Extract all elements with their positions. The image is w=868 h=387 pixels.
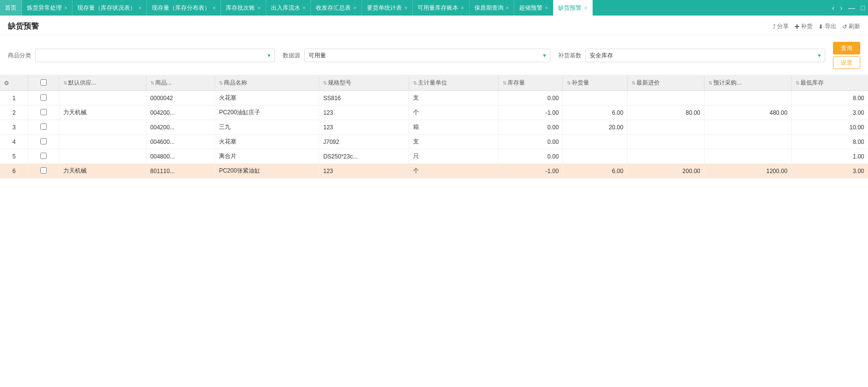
tab-close-icon[interactable]: × [461, 5, 464, 11]
query-button[interactable]: 查询 [833, 42, 860, 54]
th-product-code-label: 商品... [155, 79, 172, 87]
tab-minimize-button[interactable]: — [846, 4, 858, 12]
th-product-name: ⇅ 商品名称 [215, 75, 319, 91]
replenish-base-filter: 补货基数 安全库存 ▾ [558, 49, 825, 62]
select-all-checkbox[interactable] [40, 79, 47, 86]
row-checkbox[interactable] [40, 167, 47, 174]
row-checkbox[interactable] [40, 94, 47, 101]
cell-est-purchase: 480.00 [705, 106, 792, 120]
tab-inout-flow[interactable]: 出入库流水 × [266, 0, 311, 16]
table-header-row: ⚙ ⇅ 默认供应... ⇅ 商品... [0, 75, 868, 91]
tab-inventory-status[interactable]: 现存量（库存状况表） × [72, 0, 146, 16]
cell-unit: 个 [409, 164, 498, 178]
cell-unit: 个 [409, 106, 498, 120]
tab-batch-account[interactable]: 库存批次账 × [221, 0, 266, 16]
export-button[interactable]: ⬇ 导出 [818, 22, 836, 31]
tab-label: 现存量（库存分布表） [152, 4, 210, 12]
tab-close-icon[interactable]: × [213, 5, 216, 11]
replenish-base-arrow-icon: ▾ [818, 52, 821, 59]
category-select[interactable]: ▾ [35, 49, 275, 62]
th-supplier: ⇅ 默认供应... [59, 75, 146, 91]
tab-order-stats[interactable]: 要货单统计表 × [362, 0, 413, 16]
tab-close-icon[interactable]: × [584, 5, 587, 11]
row-checkbox-cell [28, 149, 59, 164]
tab-overstock[interactable]: 超储预警 × [514, 0, 553, 16]
tab-close-icon[interactable]: × [257, 5, 260, 11]
cell-replenish [563, 149, 628, 164]
filter-actions: 查询 设置 [833, 42, 860, 69]
tab-inventory-dist[interactable]: 现存量（库存分布表） × [147, 0, 221, 16]
th-product-name-label: 商品名称 [224, 79, 247, 87]
tab-expiry-query[interactable]: 保质期查询 × [470, 0, 514, 16]
table-body: 1 0000042 火花塞 SS816 支 0.00 8.00 2 力天机械 0… [0, 91, 868, 178]
refresh-button[interactable]: ↺ 刷新 [842, 22, 860, 31]
th-latest-price: ⇅ 最新进价 [628, 75, 705, 91]
tab-bar: 首页 炼货异常处理 × 现存量（库存状况表） × 现存量（库存分布表） × 库存… [0, 0, 868, 16]
tab-close-icon[interactable]: × [138, 5, 141, 11]
cell-min-stock: 3.00 [792, 106, 868, 120]
page-header: 缺货预警 ⤴ 分享 ✚ 补货 ⬇ 导出 ↺ 刷新 [0, 16, 868, 36]
cell-product-code: 801110... [146, 164, 215, 178]
cell-latest-price: 200.00 [628, 164, 705, 178]
sort-icon: ⇅ [413, 80, 417, 86]
replenish-base-value: 安全库存 [590, 52, 613, 60]
tab-label: 首页 [5, 4, 17, 12]
cell-spec: 123 [319, 164, 409, 178]
row-checkbox[interactable] [40, 109, 47, 115]
cell-spec: J7092 [319, 135, 409, 149]
th-est-purchase: ⇅ 预计采购... [705, 75, 792, 91]
tab-label: 现存量（库存状况表） [77, 4, 136, 12]
share-button[interactable]: ⤴ 分享 [773, 22, 789, 31]
cell-stock: 0.00 [498, 120, 563, 135]
tab-abnormal[interactable]: 炼货异常处理 × [22, 0, 72, 16]
cell-replenish: 6.00 [563, 106, 628, 120]
row-checkbox-cell [28, 164, 59, 178]
tab-close-icon[interactable]: × [545, 5, 548, 11]
row-checkbox[interactable] [40, 138, 47, 144]
tab-maximize-button[interactable]: □ [858, 4, 868, 12]
row-checkbox-cell [28, 106, 59, 120]
tab-home[interactable]: 首页 [0, 0, 22, 16]
tab-available-ledger[interactable]: 可用量库存账本 × [413, 0, 469, 16]
replenish-button[interactable]: ✚ 补货 [795, 22, 813, 31]
th-est-purchase-label: 预计采购... [713, 79, 741, 87]
th-product-code: ⇅ 商品... [146, 75, 215, 91]
sort-icon: ⇅ [323, 80, 327, 86]
table-row: 6 力天机械 801110... PC200张紧油缸 123 个 -1.00 6… [0, 164, 868, 178]
th-unit-label: 主计量单位 [418, 79, 447, 87]
tab-label: 保质期查询 [474, 4, 504, 12]
tab-close-icon[interactable]: × [404, 5, 407, 11]
cell-supplier [59, 149, 146, 164]
sort-icon: ⇅ [63, 80, 67, 86]
th-replenish-label: 补货量 [572, 79, 589, 87]
tab-close-icon[interactable]: × [353, 5, 356, 11]
table-row: 2 力天机械 004200... PC200油缸庄子 123 个 -1.00 6… [0, 106, 868, 120]
datasource-select[interactable]: 可用量 ▾ [304, 49, 550, 62]
row-checkbox[interactable] [40, 153, 47, 159]
tab-prev-button[interactable]: ‹ [829, 4, 837, 12]
tab-label: 炼货异常处理 [27, 4, 62, 12]
row-checkbox[interactable] [40, 123, 47, 130]
tab-close-icon[interactable]: × [303, 5, 306, 11]
tab-shortage[interactable]: 缺货预警 × [553, 0, 592, 16]
cell-product-name: 三九 [215, 120, 319, 135]
settings-button[interactable]: 设置 [833, 56, 860, 69]
cell-unit: 支 [409, 91, 498, 106]
tab-collect-summary[interactable]: 收发存汇总表 × [311, 0, 362, 16]
cell-product-name: 火花塞 [215, 91, 319, 106]
tab-label: 缺货预警 [558, 4, 581, 12]
th-replenish: ⇅ 补货量 [563, 75, 628, 91]
tab-label: 出入库流水 [271, 4, 300, 12]
cell-spec: 123 [319, 106, 409, 120]
tab-close-icon[interactable]: × [64, 5, 67, 11]
cell-est-purchase [705, 149, 792, 164]
tab-next-button[interactable]: › [837, 4, 846, 12]
replenish-base-select[interactable]: 安全库存 ▾ [585, 49, 825, 62]
gear-icon[interactable]: ⚙ [4, 80, 9, 87]
tab-close-icon[interactable]: × [506, 5, 509, 11]
datasource-label: 数据源 [283, 52, 300, 60]
th-latest-price-label: 最新进价 [636, 79, 660, 87]
category-filter: 商品分类 ▾ [8, 49, 275, 62]
share-icon: ⤴ [773, 23, 776, 30]
table-row: 3 004200... 三九 123 箱 0.00 20.00 10.00 [0, 120, 868, 135]
